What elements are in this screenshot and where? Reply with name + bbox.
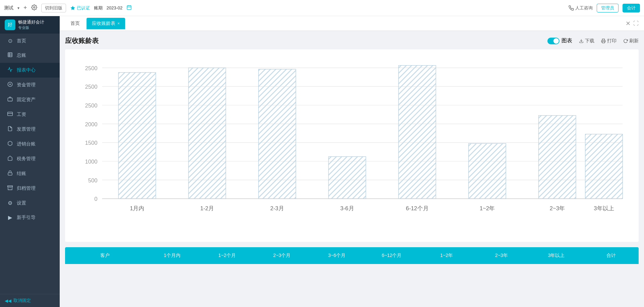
sidebar-item-newbie[interactable]: ▶ 新手引导 xyxy=(0,210,60,225)
sidebar-nav: ⊙ 首页 总账 报表中心 资金管理 xyxy=(0,34,60,284)
sidebar-item-label: 首页 xyxy=(17,38,26,44)
invoice-icon xyxy=(7,126,13,133)
download-btn[interactable]: 下载 xyxy=(579,38,594,44)
close-accounts-icon xyxy=(7,170,13,177)
svg-text:1~2年: 1~2年 xyxy=(480,205,495,212)
svg-rect-51 xyxy=(585,134,623,199)
sidebar-item-home[interactable]: ⊙ 首页 xyxy=(0,34,60,48)
inventory-icon xyxy=(7,141,13,147)
newbie-icon: ▶ xyxy=(7,214,13,221)
col-6-12m: 6~12个月 xyxy=(364,247,419,264)
unpin-btn[interactable]: ◀◀ 取消固定 xyxy=(0,294,60,307)
svg-rect-1 xyxy=(127,5,131,9)
svg-rect-16 xyxy=(8,186,13,187)
main-content: 首页 应收账龄表 × ✕ ⛶ 应收账龄表 图表 xyxy=(60,16,644,307)
assets-icon xyxy=(7,96,13,103)
logo-sub: 专业版 xyxy=(18,25,44,30)
unpin-label: 取消固定 xyxy=(13,298,31,304)
svg-rect-41 xyxy=(259,69,296,199)
svg-rect-15 xyxy=(8,173,12,175)
sidebar-item-archive[interactable]: 归档管理 xyxy=(0,181,60,196)
svg-rect-47 xyxy=(469,143,506,199)
funds-icon xyxy=(7,82,13,88)
col-2-3y: 2~3年 xyxy=(474,247,529,264)
svg-text:1月内: 1月内 xyxy=(130,205,144,212)
sidebar-item-label: 新手引导 xyxy=(17,215,36,221)
settings-gear-icon[interactable] xyxy=(31,4,37,12)
tab-home-label: 首页 xyxy=(70,20,80,27)
svg-text:3年以上: 3年以上 xyxy=(594,205,614,212)
toggle-track[interactable] xyxy=(547,38,559,44)
svg-point-0 xyxy=(33,6,35,8)
expand-btn[interactable]: ⛶ xyxy=(633,20,639,27)
sidebar-item-label: 总账 xyxy=(17,52,26,58)
sidebar: 好 畅捷通好会计 专业版 ⊙ 首页 总账 报表中心 xyxy=(0,16,60,307)
report-header: 应收账龄表 图表 下载 打印 xyxy=(65,36,639,45)
tab-home[interactable]: 首页 xyxy=(65,18,85,29)
add-company-btn[interactable]: + xyxy=(23,4,27,11)
print-btn[interactable]: 打印 xyxy=(601,38,616,44)
ledger-icon xyxy=(7,52,13,59)
sidebar-item-label: 工资 xyxy=(17,112,26,118)
toggle-thumb xyxy=(553,38,559,44)
unpin-icon: ◀◀ xyxy=(5,298,11,303)
svg-text:500: 500 xyxy=(88,177,98,184)
old-version-btn[interactable]: 切到旧版 xyxy=(41,4,66,12)
col-3-6m: 3~6个月 xyxy=(309,247,364,264)
tab-close-btn[interactable]: × xyxy=(117,21,120,26)
home-icon: ⊙ xyxy=(7,38,13,44)
sidebar-item-close-accounts[interactable]: 结账 xyxy=(0,166,60,181)
svg-rect-5 xyxy=(8,53,12,57)
chart-area: 2500 2500 2500 2000 1500 1000 500 0 xyxy=(65,49,639,242)
logo-text: 畅捷通好会计 xyxy=(18,19,44,25)
svg-rect-13 xyxy=(8,112,13,116)
sidebar-item-label: 发票管理 xyxy=(17,126,36,132)
sidebar-item-payroll[interactable]: 工资 xyxy=(0,107,60,122)
svg-text:0: 0 xyxy=(94,196,97,202)
sidebar-item-assets[interactable]: 固定资产 xyxy=(0,92,60,107)
svg-text:1000: 1000 xyxy=(85,159,97,165)
chart-toggle[interactable]: 图表 xyxy=(547,37,572,44)
payroll-icon xyxy=(7,111,13,118)
refresh-label: 刷新 xyxy=(629,38,639,44)
calendar-icon[interactable] xyxy=(126,5,132,11)
page-title: 应收账龄表 xyxy=(65,36,99,45)
company-dropdown[interactable]: ▾ xyxy=(17,6,19,10)
sidebar-item-label: 结账 xyxy=(17,171,26,177)
svg-text:1500: 1500 xyxy=(85,140,97,146)
customer-service-btn[interactable]: 人工咨询 xyxy=(569,5,593,11)
tab-aging[interactable]: 应收账龄表 × xyxy=(87,18,125,29)
svg-text:2000: 2000 xyxy=(85,121,97,128)
svg-text:2500: 2500 xyxy=(85,65,97,72)
sidebar-item-ledger[interactable]: 总账 xyxy=(0,48,60,63)
col-3y-plus: 3年以上 xyxy=(529,247,584,264)
close-panel-btn[interactable]: ✕ xyxy=(626,20,631,27)
tax-icon xyxy=(7,156,13,162)
svg-rect-37 xyxy=(118,73,156,199)
col-total: 合计 xyxy=(584,247,639,264)
admin-btn[interactable]: 管理员 xyxy=(597,4,619,12)
col-1-2m: 1~2个月 xyxy=(200,247,255,264)
topbar: 测试 ▾ + 切到旧版 已认证 账期 2023-02 人工咨询 管理员 会计 xyxy=(0,0,644,16)
refresh-btn[interactable]: 刷新 xyxy=(623,38,639,44)
svg-text:3-6月: 3-6月 xyxy=(340,205,354,212)
sidebar-item-funds[interactable]: 资金管理 xyxy=(0,78,60,92)
period-value: 2023-02 xyxy=(107,5,123,10)
certified-label: 已认证 xyxy=(77,5,90,11)
print-label: 打印 xyxy=(607,38,616,44)
sidebar-item-reports[interactable]: 报表中心 xyxy=(0,63,60,78)
svg-text:6-12个月: 6-12个月 xyxy=(406,205,428,212)
chart-toggle-label: 图表 xyxy=(561,37,572,44)
accountant-btn[interactable]: 会计 xyxy=(623,4,640,12)
sidebar-logo: 好 畅捷通好会计 专业版 xyxy=(0,16,60,34)
table-header: 客户 1个月内 1~2个月 2~3个月 3~6个月 6~12个月 1~2年 2~… xyxy=(65,247,639,264)
sidebar-item-label: 进销台账 xyxy=(17,141,36,147)
sidebar-item-settings[interactable]: ⚙ 设置 xyxy=(0,196,60,210)
sidebar-item-invoice[interactable]: 发票管理 xyxy=(0,122,60,137)
sidebar-item-inventory[interactable]: 进销台账 xyxy=(0,137,60,151)
svg-rect-45 xyxy=(398,65,436,199)
tabbar: 首页 应收账龄表 × ✕ ⛶ xyxy=(60,16,644,31)
reports-icon xyxy=(7,67,13,74)
svg-text:1-2月: 1-2月 xyxy=(200,205,214,212)
sidebar-item-tax[interactable]: 税务管理 xyxy=(0,151,60,166)
